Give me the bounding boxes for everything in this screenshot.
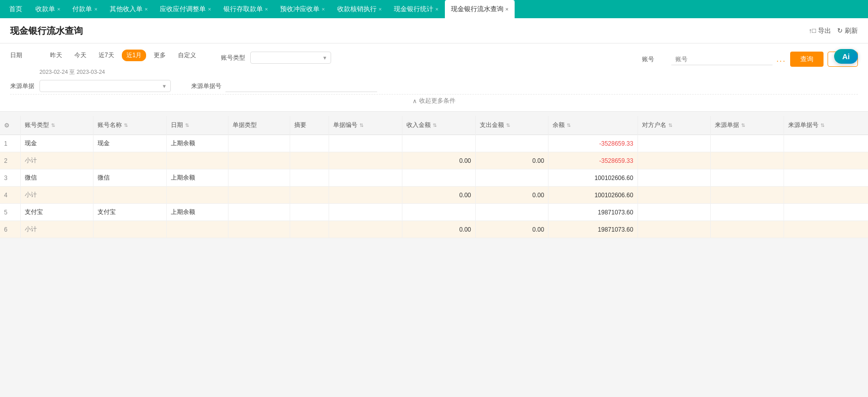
cell-counterpart [637, 221, 711, 238]
cell-balance: -3528659.33 [549, 135, 637, 152]
date-btn-7days[interactable]: 近7天 [94, 50, 119, 61]
th-source-doc: 来源单据 ⇅ [711, 116, 784, 135]
nav-close-6[interactable]: × [379, 6, 382, 12]
cell-summary [290, 187, 329, 204]
date-btn-more[interactable]: 更多 [149, 50, 170, 61]
cell-balance: 19871073.60 [549, 221, 637, 238]
filter-row-date: 日期 昨天 今天 近7天 近1月 更多 自定义 [10, 50, 201, 61]
date-btn-today[interactable]: 今天 [70, 50, 91, 61]
cell-counterpart [637, 135, 711, 152]
nav-close-4[interactable]: × [265, 6, 268, 12]
cell-doc-no [329, 135, 402, 152]
date-range: 2023-02-24 至 2023-03-24 [39, 69, 105, 75]
nav-tab-7[interactable]: 现金银行统计 × [388, 0, 444, 18]
nav-close-2[interactable]: × [145, 6, 148, 12]
refresh-button[interactable]: ↻ 刷新 [837, 26, 858, 35]
cell-source-doc-no [784, 204, 868, 221]
source-doc-num-label: 来源单据号 [191, 82, 221, 91]
cell-balance: -3528659.33 [549, 152, 637, 169]
export-button[interactable]: ↑□ 导出 [809, 26, 831, 35]
table-row: 2 小计 0.00 0.00 -3528659.33 [0, 152, 868, 169]
nav-tab-8[interactable]: 现金银行流水查询 × [445, 0, 515, 18]
cell-account-name [94, 152, 167, 169]
source-doc-label: 来源单据 [10, 82, 35, 91]
cell-doc-type [229, 221, 290, 238]
source-doc-num-input[interactable] [225, 80, 377, 92]
cell-account-type: 小计 [20, 152, 94, 169]
cell-expense [475, 169, 549, 187]
nav-close-0[interactable]: × [57, 6, 60, 12]
cell-account-name [94, 187, 167, 204]
date-btn-yesterday[interactable]: 昨天 [45, 50, 67, 61]
cell-num: 4 [0, 187, 20, 204]
export-icon: ↑□ [809, 27, 816, 34]
nav-tab-3[interactable]: 应收应付调整单 × [154, 0, 217, 18]
account-type-label: 账号类型 [221, 54, 246, 62]
account-type-select[interactable]: 现金 微信 支付宝 [250, 52, 331, 64]
cell-counterpart [637, 204, 711, 221]
nav-tab-4[interactable]: 银行存取款单 × [217, 0, 274, 18]
cell-summary [290, 204, 329, 221]
cell-date: 上期余额 [166, 135, 228, 152]
sort-icon-expense: ⇅ [506, 122, 510, 128]
cell-income [402, 135, 476, 152]
dots-button[interactable]: ... [776, 55, 786, 64]
th-doc-type: 单据类型 [229, 116, 290, 135]
collapse-bar[interactable]: ∧ 收起更多条件 [10, 94, 858, 107]
source-doc-select[interactable] [39, 80, 171, 92]
nav-close-7[interactable]: × [435, 6, 438, 12]
nav-tab-6[interactable]: 收款核销执行 × [331, 0, 388, 18]
nav-tab-1[interactable]: 付款单 × [66, 0, 103, 18]
filter-section: 日期 昨天 今天 近7天 近1月 更多 自定义 2023-02-24 至 202… [0, 43, 868, 112]
ai-badge[interactable]: Ai [834, 49, 858, 64]
date-btn-custom[interactable]: 自定义 [173, 50, 201, 61]
cell-source-doc [711, 187, 784, 204]
cell-expense: 0.00 [475, 152, 549, 169]
cell-source-doc [711, 204, 784, 221]
cell-counterpart [637, 169, 711, 187]
cell-num: 6 [0, 221, 20, 238]
nav-tab-5[interactable]: 预收冲应收单 × [274, 0, 331, 18]
cell-doc-no [329, 152, 402, 169]
nav-close-1[interactable]: × [94, 6, 97, 12]
cell-expense: 0.00 [475, 221, 549, 238]
th-balance: 余额 ⇅ [549, 116, 637, 135]
cell-income: 0.00 [402, 221, 476, 238]
nav-close-5[interactable]: × [322, 6, 325, 12]
cell-account-name: 支付宝 [94, 204, 167, 221]
nav-tab-2[interactable]: 其他收入单 × [104, 0, 154, 18]
cell-income [402, 169, 476, 187]
date-label: 日期 [10, 51, 35, 60]
cell-num: 2 [0, 152, 20, 169]
cell-balance: 100102606.60 [549, 169, 637, 187]
date-shortcuts: 昨天 今天 近7天 近1月 更多 自定义 [45, 50, 201, 61]
query-button[interactable]: 查询 [790, 52, 824, 67]
cell-date [166, 221, 228, 238]
th-account-type: 账号类型 ⇅ [20, 116, 94, 135]
top-nav: 首页 收款单 × 付款单 × 其他收入单 × 应收应付调整单 × 银行存取款单 … [0, 0, 868, 18]
table-settings-icon[interactable]: ⚙ [4, 122, 10, 129]
th-source-doc-no: 来源单据号 ⇅ [784, 116, 868, 135]
account-input[interactable] [671, 54, 772, 65]
cell-account-name: 现金 [94, 135, 167, 152]
page-header: 现金银行流水查询 ↑□ 导出 ↻ 刷新 [0, 18, 868, 43]
nav-tab-0[interactable]: 收款单 × [29, 0, 66, 18]
nav-close-8[interactable]: × [506, 6, 509, 12]
cell-doc-no [329, 221, 402, 238]
date-btn-1month[interactable]: 近1月 [122, 50, 147, 61]
cell-date: 上期余额 [166, 169, 228, 187]
refresh-icon: ↻ [837, 27, 843, 34]
sort-icon-date: ⇅ [185, 122, 189, 128]
cell-source-doc-no [784, 169, 868, 187]
cell-doc-type [229, 135, 290, 152]
cell-date: 上期余额 [166, 204, 228, 221]
cell-source-doc [711, 152, 784, 169]
cell-summary [290, 135, 329, 152]
nav-close-3[interactable]: × [208, 6, 211, 12]
cell-num: 5 [0, 204, 20, 221]
table-row: 6 小计 0.00 0.00 19871073.60 [0, 221, 868, 238]
nav-home[interactable]: 首页 [2, 0, 29, 18]
cell-income [402, 204, 476, 221]
cell-source-doc-no [784, 152, 868, 169]
cell-source-doc-no [784, 187, 868, 204]
